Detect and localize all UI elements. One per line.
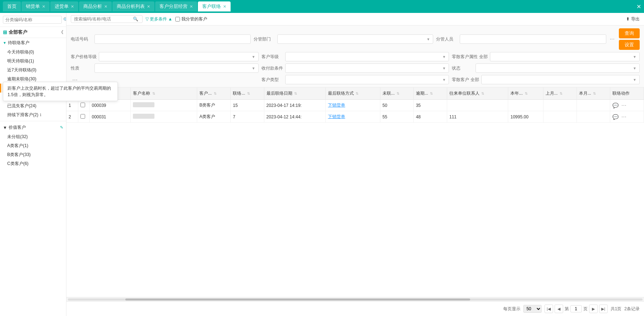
sidebar-item-b-class[interactable]: B类客户(33) — [0, 150, 66, 159]
horizontal-scrollbar[interactable] — [66, 297, 644, 301]
nav-tab-home[interactable]: 首页 — [3, 1, 21, 11]
prev-page-button[interactable]: ◀ — [555, 305, 563, 313]
price-level-label: 客户价格等级 — [71, 54, 97, 60]
row-checkbox[interactable] — [80, 114, 85, 119]
edit-icon[interactable]: ✎ — [60, 125, 63, 130]
row-checkbox[interactable] — [80, 103, 85, 107]
status-select[interactable]: ▼ — [476, 63, 640, 73]
close-icon[interactable]: ✕ — [223, 4, 226, 9]
close-icon[interactable]: ✕ — [104, 4, 107, 9]
main-layout: 🔍 ⊞ 全部客户 《 ▼ 待联络客户 今天待联络(0) 明天待联络(1) 近7天… — [0, 13, 644, 316]
next-page-button[interactable]: ▶ — [589, 305, 598, 313]
sidebar-collapse-button[interactable]: 《 — [59, 29, 63, 36]
row-not-contacted: 50 — [380, 100, 413, 111]
more-action-icon-2[interactable]: ⋯ — [621, 114, 626, 120]
tooltip-popup: 距客户上次交易时长，超过了此客户的平均交易周期的1.5倍，则视为异常。 — [3, 82, 118, 101]
search-icon[interactable]: 🔍 — [133, 16, 138, 22]
sort-icon-8: ⇅ — [430, 91, 433, 95]
nav-tab-customer-tier[interactable]: 客户分层经营 ✕ — [155, 1, 197, 11]
per-page-select[interactable]: 50 100 200 — [523, 305, 542, 313]
person-more-icon[interactable]: ··· — [608, 36, 616, 42]
col-contact-count[interactable]: 联络... ⇅ — [231, 88, 264, 100]
blurred-name-2 — [133, 114, 154, 119]
sidebar-search-icon[interactable]: 🔍 — [63, 17, 66, 22]
more-action-icon[interactable]: ⋯ — [621, 103, 626, 108]
search-input[interactable] — [74, 16, 131, 22]
total-records: 2条记录 — [624, 306, 640, 312]
page-number-input[interactable] — [570, 305, 582, 312]
nav-tab-product-analysis[interactable]: 商品分析 ✕ — [79, 1, 112, 11]
last-page-button[interactable]: ▶| — [599, 305, 608, 313]
col-overdue[interactable]: 逾期... ⇅ — [413, 88, 447, 100]
row-last-contact-method[interactable]: 下销货单 — [326, 100, 380, 111]
col-actions: 联络动作 — [610, 88, 644, 100]
chevron-down-icon-3: ▼ — [426, 37, 430, 41]
sidebar-item-tomorrow[interactable]: 明天待联络(1) — [0, 57, 66, 66]
scrollbar-thumb[interactable] — [125, 298, 470, 301]
sort-icon-4: ⇅ — [247, 91, 250, 95]
close-all-tabs-button[interactable]: ✕ — [636, 3, 641, 10]
more-conditions-button[interactable]: ▽ 更多条件 ▲ — [145, 16, 172, 22]
sidebar-item-7days[interactable]: 近7天待联络(0) — [0, 66, 66, 75]
nav-tab-purchase[interactable]: 进货单 ✕ — [50, 1, 78, 11]
close-icon[interactable]: ✕ — [147, 4, 150, 9]
sidebar-item-a-class[interactable]: A类客户(1) — [0, 141, 66, 150]
my-customers-check[interactable] — [175, 17, 180, 22]
export-icon: ⬆ — [626, 16, 630, 22]
close-icon[interactable]: ✕ — [190, 4, 193, 9]
filter-phone: 电话号码 — [71, 34, 251, 44]
sidebar-item-today[interactable]: 今天待联络(0) — [0, 48, 66, 57]
chevron-down-icon-9: ▼ — [633, 66, 636, 70]
customer-level-select[interactable]: ▼ — [285, 52, 449, 61]
sidebar-item-churned[interactable]: 已流失客户(24) — [0, 102, 66, 110]
chevron-down-icon-11: ▼ — [633, 78, 636, 82]
total-pages: 共1页 — [611, 306, 622, 312]
sidebar-item-ungrouped[interactable]: 未分组(32) — [0, 132, 66, 141]
person-input[interactable] — [460, 34, 606, 44]
nature-select[interactable]: ▼ — [94, 63, 259, 73]
row-last-contact-method[interactable]: 下销货单 — [326, 111, 380, 123]
table-header-row: ⚙ 客户编码 ⇅ 客户名称 ⇅ — [66, 88, 644, 100]
query-button[interactable]: 查询 — [619, 28, 640, 38]
row-contact-person: 111 — [447, 111, 508, 123]
customer-level-label: 客户等级 — [261, 54, 283, 60]
contact-icon[interactable]: 💬 — [612, 103, 618, 108]
row-index: 1 — [66, 100, 78, 111]
close-icon[interactable]: ✕ — [42, 4, 45, 9]
sidebar-item-declining[interactable]: 持续下滑客户(2) ℹ — [0, 110, 66, 119]
sidebar-search-area: 🔍 — [0, 13, 66, 27]
col-name[interactable]: 客户名称 ⇅ — [131, 88, 197, 100]
dept-select[interactable]: ▼ — [277, 34, 434, 44]
col-customer-level[interactable]: 客户... ⇅ — [197, 88, 231, 100]
sidebar-divider — [0, 121, 66, 121]
nav-tab-sales[interactable]: 销货单 ✕ — [22, 1, 50, 11]
nav-tab-customer-contact[interactable]: 客户联络 ✕ — [198, 1, 231, 11]
export-button[interactable]: ⬆ 导出 — [626, 16, 640, 22]
col-not-contacted[interactable]: 未联... ⇅ — [380, 88, 413, 100]
sidebar-search-input[interactable] — [3, 16, 62, 24]
sort-icon-3: ⇅ — [214, 91, 217, 95]
col-last-contact-date[interactable]: 最后联络日期 ⇅ — [264, 88, 325, 100]
sidebar-item-c-class[interactable]: C类客户(6) — [0, 159, 66, 168]
col-this-month[interactable]: 本月... ⇅ — [576, 88, 610, 100]
col-this-year[interactable]: 本年... ⇅ — [508, 88, 543, 100]
col-contact-person[interactable]: 往来单位联系人 ⇅ — [447, 88, 508, 100]
price-level-select[interactable]: ▼ — [99, 52, 259, 61]
sidebar-value-customers-section[interactable]: ▼ 价值客户 ✎ — [0, 123, 66, 132]
info-icon-3: ℹ — [40, 113, 41, 117]
retail-attr-select[interactable]: ▼ — [490, 52, 640, 61]
settings-button[interactable]: 设置 — [619, 40, 640, 50]
per-page-label: 每页显示 — [503, 306, 520, 312]
sidebar-value-label: 价值客户 — [9, 124, 26, 131]
customer-type-select[interactable]: ▼ — [285, 75, 449, 84]
col-last-contact-method[interactable]: 最后联络方式 ⇅ — [326, 88, 380, 100]
contact-icon-2[interactable]: 💬 — [612, 114, 618, 120]
sidebar-pending-contact-section[interactable]: ▼ 待联络客户 — [0, 38, 66, 48]
retail-customer-select[interactable]: ▼ — [481, 75, 640, 84]
col-last-month[interactable]: 上月... ⇅ — [543, 88, 576, 100]
close-icon[interactable]: ✕ — [71, 4, 74, 9]
nav-tab-product-list[interactable]: 商品分析列表 ✕ — [112, 1, 154, 11]
first-page-button[interactable]: |◀ — [545, 305, 553, 313]
payment-select[interactable]: ▼ — [285, 63, 449, 73]
phone-input[interactable] — [94, 34, 251, 44]
